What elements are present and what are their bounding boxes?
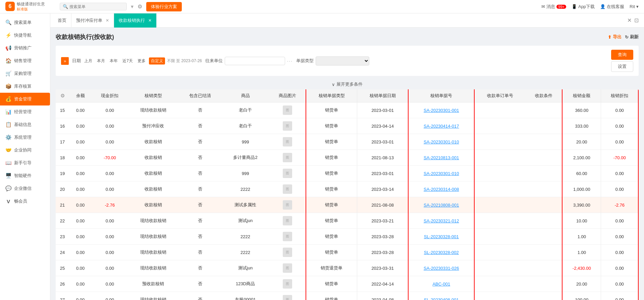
balance-cell: 0.00 <box>69 166 92 181</box>
write-off-type-cell: 销货单 <box>306 166 357 181</box>
column-settings-icon[interactable]: ⚙ <box>60 93 65 98</box>
receipt-cond-cell <box>525 245 562 260</box>
write-off-no-cell[interactable]: SA-20230331-026 <box>408 260 474 276</box>
settled-cell: 否 <box>178 150 222 166</box>
write-off-discount-cell: -2.76 <box>601 197 638 213</box>
app-download-btn[interactable]: 📱 App下载 <box>572 4 595 10</box>
write-off-discount-cell: 0.00 <box>601 166 638 181</box>
filter-this-month[interactable]: 本月 <box>96 57 106 65</box>
write-off-date-cell: 2023-03-28 <box>357 245 409 260</box>
sidebar-item-basic[interactable]: 📋 基础信息 <box>0 118 50 131</box>
write-off-no-cell[interactable]: SA-20210808-001 <box>408 197 474 213</box>
service-btn[interactable]: 👤 在线客服 <box>600 4 624 10</box>
refresh-btn[interactable]: ↻ 刷新 <box>625 34 639 40</box>
tab-close-all-icon[interactable]: ✕ <box>627 17 632 24</box>
search-input[interactable] <box>69 4 116 9</box>
goods-cell: 2222 <box>222 229 269 245</box>
search-box[interactable]: 🔍 <box>60 3 127 10</box>
goods-img-cell: 图 <box>269 118 306 134</box>
sidebar-item-search[interactable]: 🔍 搜索菜单 <box>0 16 50 29</box>
sidebar-item-inventory[interactable]: 📦 库存核算 <box>0 80 50 93</box>
user-btn[interactable]: Rit ▾ <box>630 4 639 9</box>
write-off-amount-cell: 20.00 <box>562 134 601 150</box>
write-off-no-cell[interactable]: SA-20210813-001 <box>408 150 474 166</box>
sidebar-item-operation[interactable]: 📊 经营管理 <box>0 105 50 118</box>
query-btn[interactable]: 查询 <box>611 50 633 60</box>
filter-more-btn[interactable]: ∨ 展开更多条件 <box>56 79 639 89</box>
th-settled: 包含已结清 <box>178 89 222 102</box>
tab-home[interactable]: 首页 <box>53 13 71 28</box>
sidebar-item-system[interactable]: ⚙️ 系统管理 <box>0 131 50 144</box>
goods-cell: 测试jun <box>222 260 269 276</box>
write-off-date-cell: 2023-03-31 <box>357 260 409 276</box>
write-off-no-cell[interactable]: SL-20230328-002 <box>408 245 474 260</box>
cash-discount-cell: 0.00 <box>92 245 128 260</box>
goods-cell: 多计量商品2 <box>222 150 269 166</box>
receipt-order-no-cell <box>474 134 525 150</box>
write-off-no-cell[interactable]: SA-20230314-008 <box>408 181 474 197</box>
sidebar-item-purchase[interactable]: 🛒 采购管理 <box>0 67 50 80</box>
goods-cell: 老白干 <box>222 118 269 134</box>
filter-date-options: 上月 本月 本年 近7天 更多 自定义 <box>83 57 165 65</box>
sidebar-item-guide[interactable]: 📖 新手引导 <box>0 157 50 169</box>
type-cell: 预付冲应收 <box>128 118 178 134</box>
sidebar-item-marketing[interactable]: 📢 营销推广 <box>0 42 50 54</box>
receipt-order-no-cell <box>474 292 525 300</box>
write-off-discount-cell: 0.00 <box>601 260 638 276</box>
receipt-order-no-cell <box>474 229 525 245</box>
row-id: 16 <box>56 118 69 134</box>
row-id: 15 <box>56 102 69 118</box>
filter-from-unit-input[interactable] <box>225 57 285 65</box>
th-write-off-amount: 核销金额 <box>562 89 601 102</box>
balance-cell: 0.00 <box>69 150 92 166</box>
write-off-no-cell[interactable]: ABC-001 <box>408 276 474 292</box>
setting-btn[interactable]: 设置 <box>611 61 633 72</box>
tab-prepay[interactable]: 预付冲应付单 ✕ <box>71 13 114 28</box>
sidebar-item-enterprise[interactable]: 🤝 企业协同 <box>0 144 50 157</box>
goods-cell: 999 <box>222 134 269 150</box>
tab-prepay-close[interactable]: ✕ <box>106 18 109 23</box>
write-off-no-cell[interactable]: SA-20230321-012 <box>408 213 474 229</box>
filter-expand-btn[interactable]: » <box>61 57 69 65</box>
write-off-no-cell[interactable]: SL-20230408-001 <box>408 292 474 300</box>
sidebar-item-quick[interactable]: ⚡ 快捷导航 <box>0 29 50 42</box>
tab-receipt[interactable]: 收款核销执行 ✕ <box>114 13 157 28</box>
industry-btn[interactable]: 体验行业方案 <box>146 2 182 11</box>
app-icon: 📱 <box>572 4 577 9</box>
tab-receipt-close[interactable]: ✕ <box>148 18 152 23</box>
write-off-no-cell[interactable]: SA-20230301-001 <box>408 102 474 118</box>
sidebar-item-finance[interactable]: 💰 资金管理 <box>0 93 50 105</box>
finance-icon: 💰 <box>5 96 11 102</box>
filter-this-year[interactable]: 本年 <box>108 57 119 65</box>
write-off-type-cell: 销货单 <box>306 197 357 213</box>
sidebar-item-hardware[interactable]: 🖥️ 智能硬件 <box>0 169 50 182</box>
write-off-no-cell[interactable]: SA-20230301-010 <box>408 134 474 150</box>
row-id: 18 <box>56 150 69 166</box>
filter-7days[interactable]: 近7天 <box>121 57 134 65</box>
row-id: 25 <box>56 260 69 276</box>
export-btn[interactable]: ⬆ 导出 <box>608 34 622 40</box>
filter-type-select[interactable] <box>316 56 369 66</box>
filter-more-date[interactable]: 更多 <box>136 57 147 65</box>
goods-cell: 测试jun <box>222 213 269 229</box>
service-icon: 👤 <box>600 4 605 9</box>
table-row: 20 0.00 0.00 收款核销 否 2222 图 销货单 2023-03-1… <box>56 181 638 197</box>
row-id: 20 <box>56 181 69 197</box>
write-off-no-cell[interactable]: SA-20230301-010 <box>408 166 474 181</box>
settings-icon[interactable]: ⚙ <box>138 3 142 10</box>
notice-btn[interactable]: ✉ 消息 99+ <box>541 4 566 10</box>
tab-expand-icon[interactable]: ⊡ <box>634 17 639 24</box>
sidebar-item-member[interactable]: V 畅会员 <box>0 195 50 208</box>
cash-discount-cell: 0.00 <box>92 229 128 245</box>
settled-cell: 否 <box>178 292 222 300</box>
settled-cell: 否 <box>178 197 222 213</box>
write-off-no-cell[interactable]: SA-20230414-017 <box>408 118 474 134</box>
filter-custom-date[interactable]: 自定义 <box>149 57 165 65</box>
type-cell: 收款核销 <box>128 197 178 213</box>
sidebar-item-sales[interactable]: 🏠 销售管理 <box>0 54 50 67</box>
sidebar-item-wechat[interactable]: 💬 企业微信 <box>0 182 50 195</box>
receipt-order-no-cell <box>474 276 525 292</box>
balance-cell: 0.00 <box>69 245 92 260</box>
filter-last-month[interactable]: 上月 <box>83 57 94 65</box>
write-off-no-cell[interactable]: SL-20230328-001 <box>408 229 474 245</box>
